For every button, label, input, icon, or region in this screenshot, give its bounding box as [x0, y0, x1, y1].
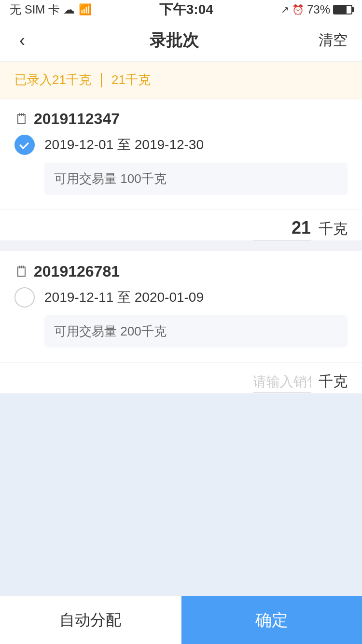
doc-icon-2: 🗒	[14, 264, 29, 280]
qty-input-1[interactable]	[253, 218, 311, 238]
nav-bar: ‹ 录批次 清空	[0, 19, 362, 62]
date-row-1[interactable]: 2019-12-01 至 2019-12-30	[14, 135, 348, 155]
date-range-1: 2019-12-01 至 2019-12-30	[44, 136, 204, 154]
confirm-button[interactable]: 确定	[181, 596, 362, 644]
alarm-icon: ⏰	[292, 4, 304, 15]
recorded-value: 21千克	[111, 71, 151, 88]
batch-card-1: 🗒 2019112347 2019-12-01 至 2019-12-30 可用交…	[0, 98, 362, 240]
status-bar: 无 SIM 卡 ☁ 📶 下午3:04 ↗ ⏰ 73%	[0, 0, 362, 19]
avail-box-1: 可用交易量 100千克	[44, 163, 348, 195]
batch-id-2: 2019126781	[34, 263, 120, 280]
qty-unit-2: 千克	[319, 372, 348, 392]
wifi-icon: 📶	[79, 3, 92, 16]
status-left: 无 SIM 卡 ☁ 📶	[10, 2, 92, 17]
batch-card-2: 🗒 2019126781 2019-12-11 至 2020-01-09 可用交…	[0, 251, 362, 393]
battery-percent: 73%	[307, 3, 330, 16]
batch-number-row-1: 🗒 2019112347	[14, 110, 348, 128]
status-right: ↗ ⏰ 73%	[281, 3, 352, 16]
date-range-2: 2019-12-11 至 2020-01-09	[44, 288, 204, 307]
date-row-2[interactable]: 2019-12-11 至 2020-01-09	[14, 287, 348, 308]
back-button[interactable]: ‹	[14, 26, 30, 56]
location-icon: ↗	[281, 4, 289, 15]
bottom-bg	[0, 394, 362, 626]
batch-id-1: 2019112347	[34, 110, 120, 128]
avail-box-2: 可用交易量 200千克	[44, 315, 348, 348]
doc-icon-1: 🗒	[14, 111, 29, 127]
separator-1	[0, 241, 362, 251]
radio-2[interactable]	[14, 287, 35, 308]
recorded-label: 已录入21千克	[14, 71, 91, 88]
battery-icon	[333, 5, 352, 14]
page-title: 录批次	[150, 29, 199, 52]
qty-row-2: 千克	[0, 362, 362, 393]
qty-input-2[interactable]	[253, 370, 311, 391]
qty-row-1: 千克	[0, 210, 362, 240]
status-time: 下午3:04	[159, 0, 213, 19]
info-divider	[101, 73, 102, 87]
auto-distribute-button[interactable]: 自动分配	[0, 596, 181, 644]
radio-1[interactable]	[14, 135, 35, 155]
clear-button[interactable]: 清空	[319, 30, 348, 50]
footer: 自动分配 确定	[0, 596, 362, 644]
qty-unit-1: 千克	[319, 219, 348, 239]
batch-number-row-2: 🗒 2019126781	[14, 263, 348, 280]
info-banner: 已录入21千克 21千克	[0, 62, 362, 98]
no-sim-label: 无 SIM 卡 ☁	[10, 2, 75, 17]
qty-input-wrapper-1[interactable]	[253, 218, 311, 240]
qty-input-wrapper-2[interactable]	[253, 370, 311, 393]
